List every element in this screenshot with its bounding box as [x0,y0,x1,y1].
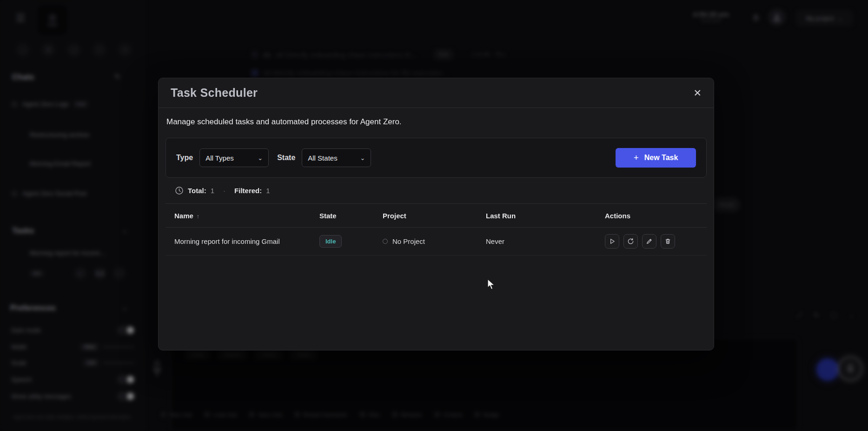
filtered-label: Filtered: [234,187,262,195]
app-screen: ☰ ⌂ ⚙ ▢ ⌗ ≡ Chats ✎ Agent Zero Logs now … [0,0,868,431]
project-cell: No Project [383,237,486,245]
modal-title: Task Scheduler [171,86,258,100]
table-header-row: Name↑ State Project Last Run Actions [166,204,707,228]
type-filter-label: Type [176,154,193,162]
clock-icon [175,186,184,195]
column-header-state[interactable]: State [319,212,383,220]
header-label: Name [174,212,193,220]
task-scheduler-modal: Task Scheduler ✕ Manage scheduled tasks … [158,78,714,350]
type-filter-value: All Types [205,154,234,162]
reload-task-button[interactable] [623,234,638,249]
project-circle-icon [383,239,388,244]
column-header-actions: Actions [605,212,707,220]
sort-ascending-icon: ↑ [197,213,199,220]
delete-task-button[interactable] [661,234,675,249]
run-task-button[interactable] [605,234,619,249]
chevron-down-icon: ⌄ [360,155,365,162]
modal-subtitle: Manage scheduled tasks and automated pro… [166,117,402,127]
total-value: 1 [211,187,214,195]
edit-task-button[interactable] [642,234,656,249]
status-badge: Idle [319,235,342,248]
task-stats-row: Total: 1 · Filtered: 1 [166,178,707,204]
type-filter-select[interactable]: All Types ⌄ [199,148,269,167]
plus-icon: + [634,153,639,163]
modal-header: Task Scheduler ✕ [159,78,714,108]
column-header-name[interactable]: Name↑ [174,212,319,220]
trash-icon [664,237,672,245]
table-row: Morning report for incoming Gmail Idle N… [166,228,707,256]
mouse-cursor [486,278,497,293]
state-filter-select[interactable]: All States ⌄ [302,148,371,167]
play-icon [608,237,616,245]
total-label: Total: [188,187,206,195]
state-filter-value: All States [308,154,337,162]
pencil-icon [645,237,653,245]
state-filter-label: State [277,154,295,162]
last-run-cell: Never [486,237,605,245]
column-header-project[interactable]: Project [383,212,486,220]
refresh-icon [627,237,635,245]
filtered-value: 1 [266,187,270,195]
task-name-cell[interactable]: Morning report for incoming Gmail [174,237,319,245]
chevron-down-icon: ⌄ [258,155,263,162]
new-task-button[interactable]: + New Task [616,148,696,168]
filter-bar: Type All Types ⌄ State All States ⌄ + Ne… [166,138,707,178]
new-task-label: New Task [644,154,678,162]
column-header-last-run[interactable]: Last Run [486,212,605,220]
stats-separator: · [223,187,225,195]
row-actions [605,234,707,249]
close-icon[interactable]: ✕ [693,88,702,98]
project-name: No Project [392,237,425,245]
